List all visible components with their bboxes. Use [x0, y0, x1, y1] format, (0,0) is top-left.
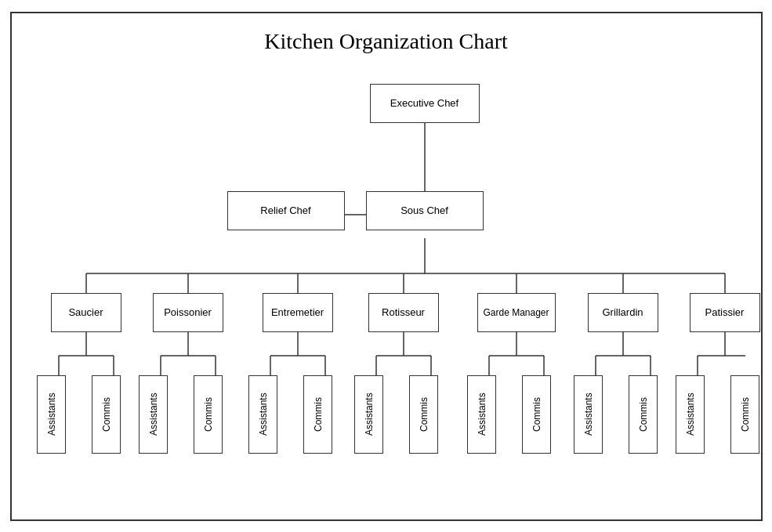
node-saucier-commis: Commis — [92, 375, 121, 454]
node-grillardin: Grillardin — [588, 293, 658, 332]
node-garde-manager: Garde Manager — [477, 293, 556, 332]
node-poissonier: Poissonier — [153, 293, 223, 332]
node-patissier-commis: Commis — [730, 375, 759, 454]
chart-container: Kitchen Organization Chart — [10, 12, 763, 521]
node-garde-manager-assistants: Assistants — [467, 375, 496, 454]
node-entremetier-assistants: Assistants — [248, 375, 277, 454]
node-rotisseur: Rotisseur — [368, 293, 439, 332]
node-garde-manager-commis: Commis — [522, 375, 551, 454]
node-relief-chef: Relief Chef — [227, 191, 345, 230]
node-saucier-assistants: Assistants — [37, 375, 66, 454]
node-saucier: Saucier — [51, 293, 121, 332]
node-grillardin-commis: Commis — [629, 375, 658, 454]
node-grillardin-assistants: Assistants — [574, 375, 603, 454]
node-patissier: Patissier — [690, 293, 760, 332]
org-chart: Executive Chef Relief Chef Sous Chef Sau… — [27, 70, 745, 512]
node-entremetier-commis: Commis — [303, 375, 332, 454]
node-rotisseur-assistants: Assistants — [354, 375, 383, 454]
node-executive-chef: Executive Chef — [370, 84, 480, 123]
node-patissier-assistants: Assistants — [676, 375, 705, 454]
node-poissonier-commis: Commis — [194, 375, 223, 454]
node-rotisseur-commis: Commis — [409, 375, 438, 454]
node-sous-chef: Sous Chef — [366, 191, 484, 230]
node-entremetier: Entremetier — [263, 293, 333, 332]
node-poissonier-assistants: Assistants — [139, 375, 168, 454]
chart-title: Kitchen Organization Chart — [264, 29, 508, 54]
